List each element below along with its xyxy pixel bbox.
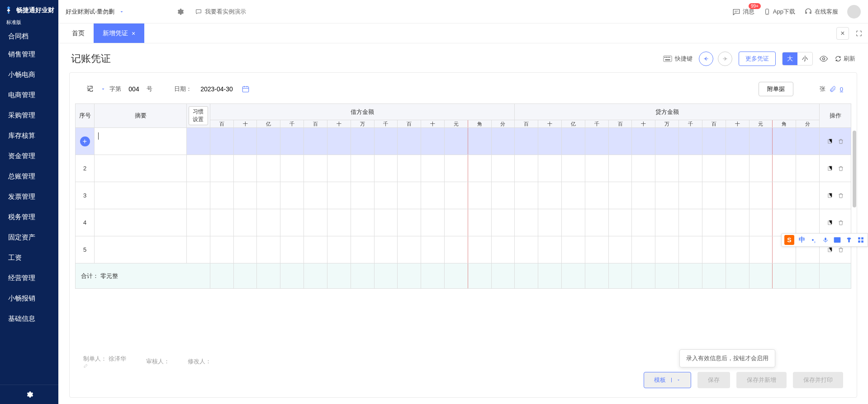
amount-cell[interactable] xyxy=(679,209,702,236)
amount-cell[interactable] xyxy=(749,236,773,263)
amount-cell[interactable] xyxy=(280,209,304,236)
amount-cell[interactable] xyxy=(210,128,233,155)
habit-settings-button[interactable]: 习惯设置 xyxy=(189,106,208,125)
amount-cell[interactable] xyxy=(280,128,304,155)
sidebar-item-ecommerce-xc[interactable]: 小畅电商 xyxy=(0,65,58,85)
amount-cell[interactable] xyxy=(702,128,726,155)
amount-cell[interactable] xyxy=(233,182,257,209)
sidebar-item-purchase[interactable]: 采购管理 xyxy=(0,105,58,126)
amount-cell[interactable] xyxy=(304,209,327,236)
amount-cell[interactable] xyxy=(655,209,679,236)
shortcut-button[interactable]: 快捷键 xyxy=(663,55,693,63)
sidebar-item-invoice[interactable]: 发票管理 xyxy=(0,187,58,207)
amount-cell[interactable] xyxy=(796,155,820,182)
amount-cell[interactable] xyxy=(304,182,327,209)
amount-cell[interactable] xyxy=(796,128,820,155)
sidebar-item-expense[interactable]: 小畅报销 xyxy=(0,288,58,309)
amount-cell[interactable] xyxy=(280,155,304,182)
amount-cell[interactable] xyxy=(702,182,726,209)
next-voucher-button[interactable] xyxy=(718,52,732,66)
amount-cell[interactable] xyxy=(491,236,515,263)
amount-cell[interactable] xyxy=(257,236,280,263)
fullscreen-button[interactable] xyxy=(853,27,865,40)
amount-cell[interactable] xyxy=(444,182,468,209)
amount-cell[interactable] xyxy=(773,128,796,155)
amount-cell[interactable] xyxy=(374,182,398,209)
amount-cell[interactable] xyxy=(421,155,445,182)
account-cell[interactable] xyxy=(187,128,210,155)
close-tab-button[interactable]: × xyxy=(836,27,849,40)
demo-link[interactable]: 我要看实例演示 xyxy=(195,8,246,16)
summary-cell[interactable] xyxy=(95,182,187,209)
amount-cell[interactable] xyxy=(351,128,374,155)
amount-cell[interactable] xyxy=(327,236,351,263)
amount-cell[interactable] xyxy=(679,128,702,155)
amount-cell[interactable] xyxy=(351,182,374,209)
ime-punct-icon[interactable]: •, xyxy=(810,236,818,244)
amount-cell[interactable] xyxy=(749,209,773,236)
sidebar-item-operation[interactable]: 经营管理 xyxy=(0,268,58,288)
amount-cell[interactable] xyxy=(796,209,820,236)
amount-cell[interactable] xyxy=(327,155,351,182)
amount-cell[interactable] xyxy=(468,236,491,263)
amount-cell[interactable] xyxy=(585,128,608,155)
amount-cell[interactable] xyxy=(726,128,749,155)
ime-skin-icon[interactable] xyxy=(845,236,853,244)
amount-cell[interactable] xyxy=(562,155,585,182)
ime-mic-icon[interactable] xyxy=(821,236,830,244)
amount-cell[interactable] xyxy=(562,182,585,209)
amount-cell[interactable] xyxy=(773,155,796,182)
amount-cell[interactable] xyxy=(257,155,280,182)
amount-cell[interactable] xyxy=(444,128,468,155)
amount-cell[interactable] xyxy=(233,209,257,236)
account-cell[interactable] xyxy=(187,155,210,182)
amount-cell[interactable] xyxy=(608,182,632,209)
amount-cell[interactable] xyxy=(210,236,233,263)
sidebar-item-funds[interactable]: 资金管理 xyxy=(0,146,58,166)
amount-cell[interactable] xyxy=(327,128,351,155)
amount-cell[interactable] xyxy=(398,128,421,155)
amount-cell[interactable] xyxy=(280,182,304,209)
ime-keyboard-icon[interactable] xyxy=(833,236,841,244)
sidebar-settings[interactable] xyxy=(0,385,58,404)
table-row[interactable]: + xyxy=(76,128,851,155)
delete-row-icon[interactable] xyxy=(838,247,844,253)
user-avatar[interactable] xyxy=(847,5,861,19)
amount-cell[interactable] xyxy=(749,155,773,182)
amount-cell[interactable] xyxy=(398,236,421,263)
amount-cell[interactable] xyxy=(491,155,515,182)
amount-cell[interactable] xyxy=(398,182,421,209)
summary-cell[interactable] xyxy=(95,209,187,236)
tab-home[interactable]: 首页 xyxy=(63,23,94,43)
close-icon[interactable]: × xyxy=(132,30,135,37)
amount-cell[interactable] xyxy=(655,236,679,263)
messages-button[interactable]: 消息 99+ xyxy=(732,8,754,16)
voucher-date-input[interactable] xyxy=(196,85,237,93)
amount-cell[interactable] xyxy=(608,128,632,155)
amount-cell[interactable] xyxy=(491,128,515,155)
amount-cell[interactable] xyxy=(655,155,679,182)
account-cell[interactable] xyxy=(187,182,210,209)
amount-cell[interactable] xyxy=(233,128,257,155)
amount-cell[interactable] xyxy=(491,182,515,209)
amount-cell[interactable] xyxy=(562,209,585,236)
amount-cell[interactable] xyxy=(538,236,562,263)
amount-cell[interactable] xyxy=(444,209,468,236)
voucher-type-input[interactable] xyxy=(83,85,97,93)
amount-cell[interactable] xyxy=(374,155,398,182)
paperclip-icon[interactable] xyxy=(829,85,836,93)
amount-cell[interactable] xyxy=(444,236,468,263)
amount-cell[interactable] xyxy=(257,128,280,155)
amount-cell[interactable] xyxy=(210,155,233,182)
amount-cell[interactable] xyxy=(562,236,585,263)
amount-cell[interactable] xyxy=(233,155,257,182)
amount-cell[interactable] xyxy=(702,209,726,236)
amount-cell[interactable] xyxy=(679,155,702,182)
amount-cell[interactable] xyxy=(398,155,421,182)
amount-cell[interactable] xyxy=(632,128,655,155)
prev-voucher-button[interactable] xyxy=(699,52,713,66)
amount-cell[interactable] xyxy=(210,182,233,209)
sidebar-item-ledger[interactable]: 总账管理 xyxy=(0,166,58,187)
voucher-number-input[interactable] xyxy=(125,85,143,93)
size-small-button[interactable]: 小 xyxy=(797,52,812,65)
